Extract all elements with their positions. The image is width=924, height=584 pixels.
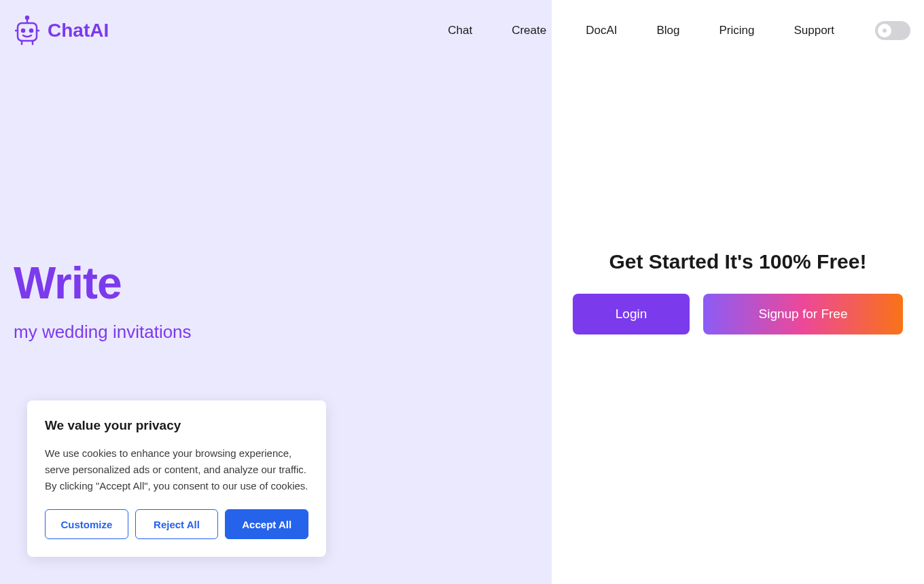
svg-point-0	[26, 16, 29, 19]
nav: Chat Create DocAI Blog Pricing Support	[448, 21, 910, 40]
toggle-knob	[878, 24, 891, 37]
header: ChatAI Chat Create DocAI Blog Pricing Su…	[0, 0, 924, 61]
theme-toggle[interactable]	[875, 21, 910, 40]
nav-blog[interactable]: Blog	[656, 24, 679, 37]
nav-support[interactable]: Support	[794, 24, 834, 37]
cookie-customize-button[interactable]: Customize	[45, 509, 128, 539]
svg-rect-2	[18, 23, 37, 41]
cookie-modal: We value your privacy We use cookies to …	[27, 400, 326, 557]
logo[interactable]: ChatAI	[14, 14, 109, 47]
cta-section: Get Started It's 100% Free! Login Signup…	[552, 250, 924, 334]
cta-heading: Get Started It's 100% Free!	[609, 250, 867, 273]
nav-create[interactable]: Create	[512, 24, 546, 37]
nav-pricing[interactable]: Pricing	[719, 24, 754, 37]
login-button[interactable]: Login	[573, 294, 690, 334]
cookie-buttons: Customize Reject All Accept All	[45, 509, 308, 539]
robot-icon	[14, 14, 41, 47]
cta-buttons: Login Signup for Free	[579, 294, 897, 334]
svg-point-4	[30, 29, 33, 32]
hero-title: Write	[14, 258, 192, 308]
signup-button[interactable]: Signup for Free	[703, 294, 903, 334]
hero-section: Write my wedding invitations	[14, 258, 192, 343]
right-panel: Get Started It's 100% Free! Login Signup…	[552, 0, 924, 584]
logo-text: ChatAI	[48, 20, 109, 41]
svg-point-3	[22, 29, 24, 32]
cookie-reject-button[interactable]: Reject All	[135, 509, 219, 539]
cookie-accept-button[interactable]: Accept All	[225, 509, 308, 539]
cookie-title: We value your privacy	[45, 418, 308, 433]
hero-subtitle: my wedding invitations	[14, 322, 192, 343]
nav-chat[interactable]: Chat	[448, 24, 472, 37]
cookie-text: We use cookies to enhance your browsing …	[45, 445, 308, 494]
nav-docai[interactable]: DocAI	[586, 24, 617, 37]
